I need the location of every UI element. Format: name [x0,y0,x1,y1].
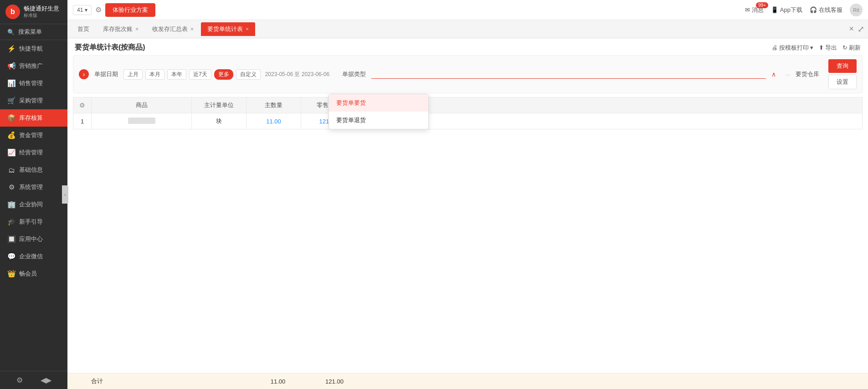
sidebar-item-label-basic: 基础信息 [19,166,43,174]
apps-icon: 🔲 [7,235,15,243]
sidebar-bottom: ⚙ ◀▶ [0,371,67,389]
company-select[interactable]: 41 ▾ [73,5,92,15]
search-label: 搜索菜单 [18,28,42,36]
sidebar-item-label-wechat: 企业微信 [19,252,43,261]
operation-icon: 📈 [7,148,15,157]
quick-nav-icon: ⚡ [7,45,15,53]
enterprise-icon: 🏢 [7,200,15,209]
export-action[interactable]: ⬆ 导出 [819,44,837,52]
message-badge: 99+ [756,2,768,8]
col-unit: 主计量单位 [192,97,247,113]
product-placeholder [128,118,155,124]
tab-order-stats-close[interactable]: × [246,26,249,32]
trial-button[interactable]: 体验行业方案 [105,3,155,17]
search-icon: 🔍 [7,29,15,36]
purchase-icon: 🛒 [7,97,15,105]
sidebar-item-wechat[interactable]: 💬企业微信 [0,248,67,265]
filter-expand-btn[interactable]: › [79,69,89,79]
sidebar-item-finance[interactable]: 💰资金管理 [0,127,67,144]
sidebar-item-label-quick-nav: 快捷导航 [19,45,43,53]
sidebar-item-label-guide: 新手引导 [19,218,43,226]
date-cur-month-btn[interactable]: 本月 [145,69,164,80]
logo-icon: b [5,5,20,19]
dropdown-item-order-goods[interactable]: 要货单要货 [329,94,428,112]
tab-order-stats[interactable]: 要货单统计表 × [201,22,255,36]
date-7days-btn[interactable]: 近7天 [189,69,211,80]
sidebar-item-label-operation: 经营管理 [19,148,43,157]
sidebar-item-label-apps: 应用中心 [19,235,43,243]
date-custom-btn[interactable]: 自定义 [236,69,261,80]
type-filter-label: 单据类型 [342,70,366,78]
refresh-action[interactable]: ↻ 刷新 [842,44,861,52]
settings-bottom-icon[interactable]: ⚙ [16,376,23,384]
sidebar: b 畅捷通好生意 标准版 🔍 搜索菜单 ⚡快捷导航📢营销推广📊销售管理🛒采购管理… [0,0,67,389]
user-avatar[interactable]: Rit [850,4,863,16]
date-more-btn[interactable]: 更多 [214,69,233,80]
dropdown-item-order-return[interactable]: 要货单退货 [329,112,428,129]
type-filter-chevron[interactable]: ∧ [771,71,776,78]
sidebar-logo: b 畅捷通好生意 标准版 [0,0,67,24]
sidebar-item-basic[interactable]: 🗂基础信息 [0,161,67,179]
sidebar-item-label-purchase: 采购管理 [19,97,43,105]
sidebar-search[interactable]: 🔍 搜索菜单 [0,24,67,40]
sidebar-item-sales[interactable]: 📊销售管理 [0,75,67,92]
tab-home[interactable]: 首页 [71,22,96,36]
set-button[interactable]: 设置 [828,75,857,89]
collapse-icon[interactable]: ◀▶ [41,376,51,384]
system-icon: ⚙ [7,183,15,191]
member-icon: 👑 [7,270,15,278]
type-filter-input[interactable] [371,70,766,79]
wechat-icon: 💬 [7,252,15,261]
sidebar-item-label-system: 系统管理 [19,183,43,191]
sidebar-item-inventory[interactable]: 📦库存核算 [0,109,67,127]
tab-inventory-batch[interactable]: 库存批次账 × [97,22,145,36]
page-content: 要货单统计表(按商品) 🖨 按模板打印 ▾ ⬆ 导出 ↻ 刷新 › [67,38,868,389]
online-service-btn[interactable]: 🎧 在线客服 [810,6,842,14]
tab-inventory-batch-close[interactable]: × [135,26,139,32]
print-label: 按模板打印 [779,44,809,52]
page-header: 要货单统计表(按商品) 🖨 按模板打印 ▾ ⬆ 导出 ↻ 刷新 [67,38,868,55]
row-no: 1 [73,113,92,129]
sidebar-collapse-handle[interactable]: ‹ [62,185,68,204]
topbar-right: ✉ 消息 99+ 📱 App下载 🎧 在线客服 Rit [745,4,863,16]
tab-expand-icon[interactable]: ⤢ [858,24,864,34]
col-settings[interactable]: ⚙ [73,97,92,113]
col-extra [356,97,863,113]
sidebar-item-system[interactable]: ⚙系统管理 [0,179,67,196]
sidebar-item-label-finance: 资金管理 [19,131,43,139]
export-label: 导出 [825,44,837,52]
date-prev-month-btn[interactable]: 上月 [123,69,143,80]
message-btn[interactable]: ✉ 消息 99+ [745,6,764,14]
col-qty: 主数量 [247,97,301,113]
print-chevron: ▾ [810,44,813,51]
print-action[interactable]: 🖨 按模板打印 ▾ [772,44,813,52]
app-download-label: App下载 [780,6,802,14]
topbar-gear-icon[interactable]: ⚙ [95,5,102,14]
tab-receipts-close[interactable]: × [190,26,194,32]
col-settings-icon[interactable]: ⚙ [79,102,85,109]
query-button[interactable]: 查询 [828,59,857,73]
app-download-btn[interactable]: 📱 App下载 [771,6,802,14]
message-icon: ✉ [745,6,750,13]
app-name: 畅捷通好生意 [24,5,59,13]
sidebar-item-purchase[interactable]: 🛒采购管理 [0,92,67,109]
sales-icon: 📊 [7,79,15,87]
sidebar-item-guide[interactable]: 🎓新手引导 [0,213,67,230]
logo-text: 畅捷通好生意 标准版 [24,5,59,19]
date-year-btn[interactable]: 本年 [167,69,186,80]
type-dropdown: 要货单要货 要货单退货 [329,94,429,129]
table-footer: 合计 11.00 121.00 [67,373,868,389]
tab-close-all-icon[interactable]: × [849,24,854,34]
sidebar-item-member[interactable]: 👑畅会员 [0,265,67,282]
filter-more-dots[interactable]: ··· [785,71,790,78]
sidebar-item-enterprise[interactable]: 🏢企业协同 [0,196,67,213]
sidebar-item-marketing[interactable]: 📢营销推广 [0,57,67,75]
sidebar-item-apps[interactable]: 🔲应用中心 [0,230,67,248]
tab-receipts-summary[interactable]: 收发存汇总表 × [146,22,200,36]
date-filter-label: 单据日期 [94,70,118,78]
sidebar-item-quick-nav[interactable]: ⚡快捷导航 [0,40,67,57]
qty-link[interactable]: 11.00 [266,118,281,125]
row-unit: 块 [192,113,247,129]
inventory-icon: 📦 [7,114,15,122]
sidebar-item-operation[interactable]: 📈经营管理 [0,144,67,161]
